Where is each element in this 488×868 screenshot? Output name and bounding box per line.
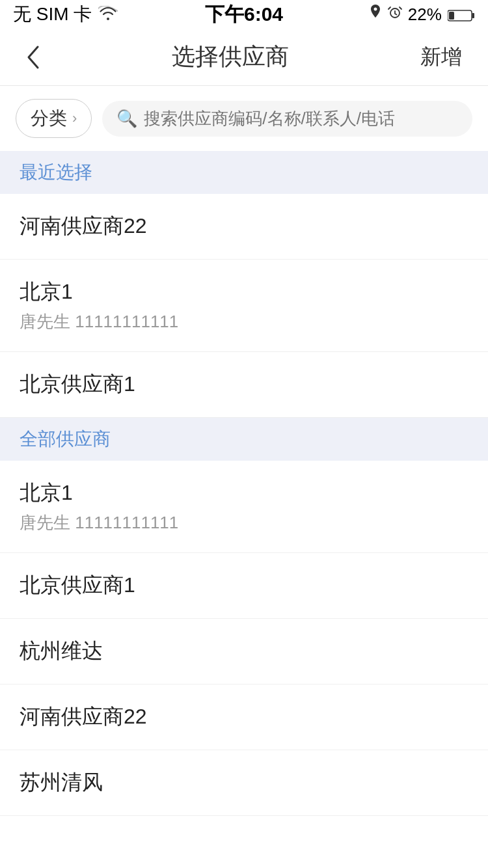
wifi-icon <box>98 4 118 25</box>
back-button[interactable] <box>20 38 47 76</box>
recent-section-header: 最近选择 <box>0 151 488 194</box>
status-right: 22% <box>369 5 475 25</box>
item-contact: 唐先生 11111111111 <box>20 511 468 534</box>
category-button[interactable]: 分类 › <box>16 99 92 138</box>
item-name: 北京1 <box>20 479 468 508</box>
item-name: 北京1 <box>20 278 468 306</box>
location-icon <box>369 5 382 25</box>
list-item[interactable]: 北京供应商1 <box>0 553 488 619</box>
status-bar: 无 SIM 卡 下午6:04 22% <box>0 0 488 29</box>
list-item[interactable]: 北京1唐先生 11111111111 <box>0 461 488 553</box>
category-label: 分类 <box>31 106 67 131</box>
list-item[interactable]: 河南供应商22 <box>0 685 488 750</box>
item-name: 杭州维达 <box>20 637 468 666</box>
item-name: 北京供应商1 <box>20 370 468 399</box>
all-section-header: 全部供应商 <box>0 418 488 461</box>
recent-list: 河南供应商22北京1唐先生 11111111111北京供应商1 <box>0 194 488 418</box>
svg-rect-2 <box>472 13 475 18</box>
status-time: 下午6:04 <box>205 1 283 28</box>
status-left: 无 SIM 卡 <box>13 2 118 27</box>
svg-rect-3 <box>449 12 454 20</box>
nav-bar: 选择供应商 新增 <box>0 29 488 86</box>
search-icon: 🔍 <box>116 109 137 129</box>
list-item[interactable]: 北京供应商1 <box>0 352 488 418</box>
item-name: 苏州清风 <box>20 768 468 797</box>
list-item[interactable]: 河南供应商22 <box>0 194 488 260</box>
battery-text: 22% <box>408 5 475 25</box>
search-input[interactable] <box>144 109 458 129</box>
alarm-icon <box>387 5 403 25</box>
item-name: 北京供应商1 <box>20 571 468 600</box>
list-item[interactable]: 杭州维达 <box>0 619 488 685</box>
item-contact: 唐先生 11111111111 <box>20 310 468 333</box>
page-title: 选择供应商 <box>172 41 289 73</box>
add-button[interactable]: 新增 <box>414 36 468 78</box>
item-name: 河南供应商22 <box>20 212 468 241</box>
all-list: 北京1唐先生 11111111111北京供应商1杭州维达河南供应商22苏州清风 <box>0 461 488 816</box>
item-name: 河南供应商22 <box>20 703 468 731</box>
filter-bar: 分类 › 🔍 <box>0 86 488 151</box>
list-item[interactable]: 苏州清风 <box>0 750 488 816</box>
chevron-right-icon: › <box>72 110 77 127</box>
list-item[interactable]: 北京1唐先生 11111111111 <box>0 260 488 352</box>
carrier-text: 无 SIM 卡 <box>13 2 92 27</box>
search-box: 🔍 <box>102 101 472 137</box>
